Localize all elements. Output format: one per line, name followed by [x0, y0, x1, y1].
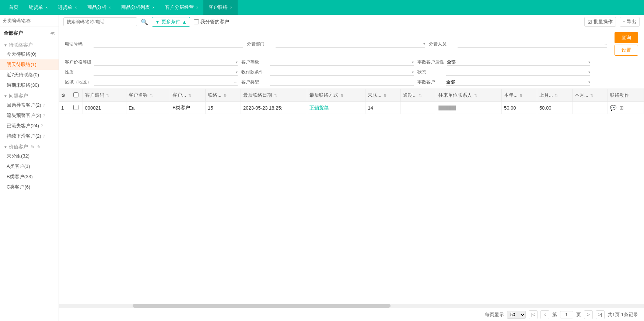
filter-status-input[interactable]: [446, 69, 588, 75]
sidebar-all-customers[interactable]: 全部客户 ≪: [0, 27, 59, 39]
filter-payment-input[interactable]: [270, 69, 412, 75]
search-input[interactable]: [63, 17, 137, 26]
more-conditions-button[interactable]: ▼ 更多条件 ▲: [152, 17, 190, 27]
edit-icon[interactable]: ✎: [37, 145, 41, 149]
search-button[interactable]: 🔍: [141, 18, 148, 25]
nav-item-1[interactable]: 进货单 ×: [53, 0, 82, 15]
col-this-month[interactable]: 本月... ⇅: [572, 89, 608, 102]
col-last-contact-method[interactable]: 最后联络方式 ⇅: [307, 89, 365, 102]
col-this-year[interactable]: 本年... ⇅: [501, 89, 537, 102]
sidebar-item-class-c[interactable]: C类客户(6): [0, 182, 59, 192]
last-contact-method-link[interactable]: 下销货单: [309, 105, 329, 110]
filter-select-scatter[interactable]: ▾: [446, 79, 590, 86]
col-settings[interactable]: ⚙: [59, 89, 71, 102]
last-page-button[interactable]: >|: [596, 310, 605, 319]
grid-icon[interactable]: ⊞: [619, 105, 624, 111]
my-customers-checkbox-label[interactable]: 我分管的客户: [194, 18, 229, 25]
help-icon[interactable]: ?: [43, 134, 45, 138]
export-button[interactable]: ↑ 导出: [620, 17, 640, 27]
sort-icon: ⇅: [340, 93, 343, 97]
filter-select-payment[interactable]: ▾: [270, 69, 414, 76]
chat-icon[interactable]: 💬: [610, 105, 616, 111]
more-icon[interactable]: ···: [603, 41, 607, 46]
prev-page-button[interactable]: <: [540, 310, 549, 319]
help-icon[interactable]: ?: [43, 103, 45, 107]
settings-button[interactable]: 设置: [615, 45, 638, 56]
refresh-icon[interactable]: ↻: [31, 145, 34, 149]
filter-scatter-attr-input[interactable]: [447, 59, 588, 65]
close-icon[interactable]: ×: [196, 5, 198, 10]
nav-item-5[interactable]: 客户联络 ×: [203, 0, 237, 15]
filter-select-status[interactable]: ▾: [446, 69, 590, 76]
col-type[interactable]: 客户... ⇅: [170, 89, 206, 102]
page-size-select[interactable]: 50 100 200: [507, 311, 526, 319]
help-icon[interactable]: ?: [41, 124, 43, 128]
sidebar-item-churned[interactable]: 已流失客户(24) ?: [0, 121, 59, 131]
row-checkbox[interactable]: [73, 105, 78, 110]
sidebar-item-class-b[interactable]: B类客户(33): [0, 172, 59, 182]
nav-item-3[interactable]: 商品分析列表 ×: [116, 0, 160, 15]
sidebar-search-input[interactable]: [3, 18, 58, 23]
filter-manager-input[interactable]: [458, 41, 602, 46]
filter-customer-type-input[interactable]: [270, 79, 414, 84]
col-contact-person[interactable]: 往来单位联系人 ⇅: [436, 89, 502, 102]
sidebar-item-7days[interactable]: 近7天待联络(0): [0, 70, 59, 80]
filter-nature-input[interactable]: [94, 69, 236, 75]
col-contact[interactable]: 联络... ⇅: [206, 89, 241, 102]
filter-scatter-input[interactable]: [446, 79, 588, 84]
sidebar-item-declining[interactable]: 持续下滑客户(2) ?: [0, 131, 59, 141]
more-icon[interactable]: ···: [234, 79, 238, 84]
filter-select-customer-type[interactable]: [270, 79, 414, 86]
col-last-contact-date[interactable]: 最后联络日期 ⇅: [241, 89, 307, 102]
sidebar-item-overdue[interactable]: 逾期未联络(30): [0, 80, 59, 90]
nav-item-0[interactable]: 销货单 ×: [24, 0, 53, 15]
col-uncontacted[interactable]: 未联... ⇅: [365, 89, 401, 102]
close-icon[interactable]: ×: [152, 5, 154, 10]
horizontal-scrollbar[interactable]: [59, 304, 644, 308]
my-customers-checkbox[interactable]: [194, 19, 199, 24]
filter-region-input[interactable]: [94, 79, 232, 84]
filter-price-level-input[interactable]: [94, 59, 236, 65]
col-overdue[interactable]: 逾期... ⇅: [401, 89, 436, 102]
next-page-button[interactable]: >: [584, 310, 593, 319]
col-checkbox[interactable]: [71, 89, 83, 102]
scrollbar-thumb[interactable]: [133, 304, 391, 308]
col-name[interactable]: 客户名称 ⇅: [126, 89, 170, 102]
nav-item-2[interactable]: 商品分析 ×: [82, 0, 116, 15]
help-icon[interactable]: ?: [43, 113, 45, 118]
close-icon[interactable]: ×: [230, 5, 232, 10]
col-last-month[interactable]: 上月... ⇅: [537, 89, 572, 102]
sidebar-item-churn-warning[interactable]: 流失预警客户(3) ?: [0, 110, 59, 121]
filter-select-region[interactable]: ···: [94, 79, 238, 86]
batch-action-button[interactable]: ☑ 批量操作: [584, 17, 616, 27]
filter-select-customer-level[interactable]: ▾: [270, 59, 414, 66]
filter-select-price-level[interactable]: ▾: [94, 59, 238, 66]
filter-select-scatter-attr[interactable]: ▾: [447, 59, 590, 66]
filter-dept-input[interactable]: [276, 41, 423, 46]
sidebar-item-repurchase-anomaly[interactable]: 回购异常客户(2) ?: [0, 100, 59, 110]
nav-home[interactable]: 首页: [4, 0, 24, 15]
sidebar-item-today[interactable]: 今天待联络(0): [0, 49, 59, 59]
filter-cell-region: 区域（地区） ···: [65, 79, 238, 86]
gear-icon[interactable]: ⚙: [61, 93, 66, 98]
sidebar-item-tomorrow[interactable]: 明天待联络(1): [0, 59, 59, 70]
nav-item-4[interactable]: 客户分层经营 ×: [160, 0, 203, 15]
collapse-icon[interactable]: ≪: [50, 31, 55, 36]
cell-checkbox[interactable]: [71, 102, 83, 114]
query-button[interactable]: 查询: [615, 32, 638, 43]
first-page-button[interactable]: |<: [529, 310, 538, 319]
close-icon[interactable]: ×: [109, 5, 111, 10]
filter-select-dept[interactable]: ▾: [276, 41, 425, 48]
filter-select-nature[interactable]: ▾: [94, 69, 238, 76]
cell-last-contact-method[interactable]: 下销货单: [307, 102, 365, 114]
select-all-checkbox[interactable]: [73, 92, 78, 97]
close-icon[interactable]: ×: [74, 5, 77, 10]
filter-customer-level-input[interactable]: [270, 59, 412, 65]
filter-input-phone[interactable]: [94, 41, 243, 48]
col-code[interactable]: 客户编码 ⇅: [83, 89, 126, 102]
filter-select-manager[interactable]: ···: [458, 41, 607, 48]
page-input[interactable]: [560, 311, 573, 318]
sidebar-item-class-a[interactable]: A类客户(1): [0, 161, 59, 172]
close-icon[interactable]: ×: [45, 5, 48, 10]
sidebar-item-ungrouped[interactable]: 未分组(32): [0, 151, 59, 161]
